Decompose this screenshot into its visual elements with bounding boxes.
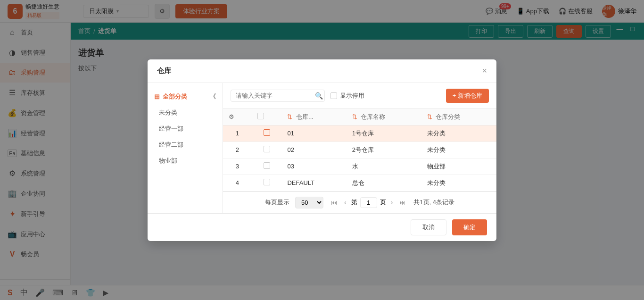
show-disabled-toggle[interactable]: 显示停用 — [330, 92, 364, 100]
prev-page-btn[interactable]: ‹ — [342, 198, 348, 207]
modal-sidebar-all-label: 全部分类 — [163, 92, 187, 101]
row-name: 1号仓库 — [347, 125, 421, 142]
row-num: 2 — [223, 142, 252, 158]
row-code: 02 — [281, 142, 346, 158]
row-code: 01 — [281, 125, 346, 142]
row-num: 4 — [223, 175, 252, 191]
modal-header: 仓库 × — [148, 59, 496, 83]
per-page-select[interactable]: 50 10 20 100 — [295, 197, 323, 208]
warehouse-table: ⚙ ⇅ 仓库... ⇅ — [223, 109, 496, 192]
row-code: DEFAULT — [281, 175, 346, 191]
row-num: 1 — [223, 125, 252, 142]
modal-action-footer: 取消 确定 — [148, 213, 496, 241]
next-page-btn[interactable]: › — [389, 198, 395, 207]
table-row[interactable]: 1 01 1号仓库 未分类 — [223, 125, 496, 142]
modal-category-dept2[interactable]: 经营二部 — [148, 137, 223, 153]
row-name: 2号仓库 — [347, 142, 421, 158]
confirm-button[interactable]: 确定 — [452, 219, 487, 235]
collapse-icon[interactable]: 《 — [210, 92, 216, 101]
search-input[interactable] — [236, 92, 315, 99]
sort-icon: ⇅ — [427, 113, 432, 120]
search-icon[interactable]: 🔍 — [315, 92, 323, 100]
last-page-btn[interactable]: ⏭ — [397, 198, 408, 207]
modal-toolbar: 🔍 显示停用 + 新增仓库 — [223, 83, 496, 109]
settings-th-icon: ⚙ — [229, 113, 234, 120]
modal-sidebar-all[interactable]: ⊞ 全部分类 《 — [148, 89, 223, 105]
sort-icon: ⇅ — [287, 113, 292, 120]
pagination-bar: 每页显示 50 10 20 100 ⏮ ‹ 第 页 › ⏭ — [223, 192, 496, 213]
grid-icon: ⊞ — [154, 93, 160, 100]
row-checkbox[interactable] — [252, 158, 282, 175]
row-name: 总仓 — [347, 175, 421, 191]
page-nav: ⏮ ‹ 第 页 › ⏭ — [329, 197, 408, 208]
row-category: 未分类 — [421, 175, 496, 191]
search-box: 🔍 — [231, 90, 325, 102]
page-label: 第 — [351, 198, 357, 207]
modal-table-wrap: ⚙ ⇅ 仓库... ⇅ — [223, 109, 496, 192]
th-settings: ⚙ — [223, 109, 252, 125]
modal-overlay: 仓库 × ⊞ 全部分类 《 未分类 经营一部 经营二部 — [0, 0, 644, 300]
add-warehouse-btn[interactable]: + 新增仓库 — [446, 89, 489, 103]
page-input[interactable] — [360, 197, 377, 208]
checkbox[interactable] — [264, 146, 270, 152]
checkbox[interactable] — [264, 179, 270, 185]
row-num: 3 — [223, 158, 252, 175]
first-page-btn[interactable]: ⏮ — [329, 198, 339, 207]
modal-category-dept1[interactable]: 经营一部 — [148, 121, 223, 137]
row-code: 03 — [281, 158, 346, 175]
row-checkbox[interactable] — [252, 125, 282, 142]
cancel-button[interactable]: 取消 — [411, 219, 446, 235]
row-category: 物业部 — [421, 158, 496, 175]
row-category: 未分类 — [421, 142, 496, 158]
table-row[interactable]: 4 DEFAULT 总仓 未分类 — [223, 175, 496, 191]
page-total: 共1页, 4条记录 — [413, 198, 454, 207]
sort-icon: ⇅ — [352, 113, 357, 120]
per-page-label: 每页显示 — [265, 198, 289, 207]
page-unit: 页 — [380, 198, 386, 207]
row-name: 水 — [347, 158, 421, 175]
checkbox[interactable] — [264, 129, 270, 136]
table-row[interactable]: 3 03 水 物业部 — [223, 158, 496, 175]
row-checkbox[interactable] — [252, 142, 282, 158]
modal-sidebar: ⊞ 全部分类 《 未分类 经营一部 经营二部 物业部 — [148, 83, 223, 213]
modal-category-unclassified[interactable]: 未分类 — [148, 105, 223, 121]
row-category: 未分类 — [421, 125, 496, 142]
modal-body: ⊞ 全部分类 《 未分类 经营一部 经营二部 物业部 — [148, 83, 496, 213]
th-category[interactable]: ⇅ 仓库分类 — [421, 109, 496, 125]
modal-category-property[interactable]: 物业部 — [148, 153, 223, 169]
show-disabled-label: 显示停用 — [340, 92, 364, 100]
modal-title: 仓库 — [157, 67, 171, 75]
modal-main: 🔍 显示停用 + 新增仓库 ⚙ — [223, 83, 496, 213]
th-code[interactable]: ⇅ 仓库... — [281, 109, 346, 125]
header-checkbox[interactable] — [257, 113, 264, 119]
checkbox-icon — [330, 92, 337, 99]
table-row[interactable]: 2 02 2号仓库 未分类 — [223, 142, 496, 158]
warehouse-modal: 仓库 × ⊞ 全部分类 《 未分类 经营一部 经营二部 — [148, 59, 496, 241]
th-name[interactable]: ⇅ 仓库名称 — [347, 109, 421, 125]
th-checkbox — [252, 109, 282, 125]
modal-close-btn[interactable]: × — [482, 66, 487, 76]
checkbox[interactable] — [264, 162, 270, 169]
row-checkbox[interactable] — [252, 175, 282, 191]
